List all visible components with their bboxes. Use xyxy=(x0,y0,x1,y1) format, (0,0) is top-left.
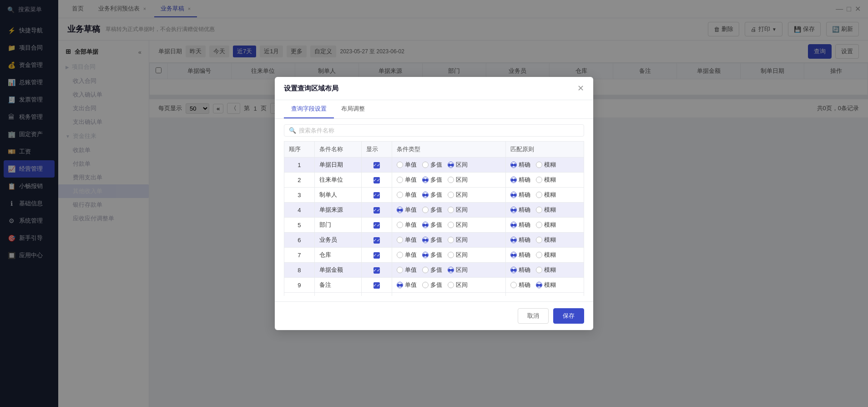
row-condtype: 单值多值区间 xyxy=(392,233,506,248)
settings-row: 6业务员✓单值多值区间精确模糊 xyxy=(284,233,584,248)
matchtype-radio-exact[interactable]: 精确 xyxy=(510,191,530,199)
row-order: 1 xyxy=(284,158,315,173)
matchtype-radio-fuzzy[interactable]: 模糊 xyxy=(536,266,556,274)
matchtype-radio-exact[interactable]: 精确 xyxy=(510,161,530,169)
matchtype-radio-exact[interactable]: 精确 xyxy=(510,266,530,274)
settings-table-scroll[interactable]: 顺序 条件名称 显示 条件类型 匹配原则 1单据日期✓单值多值区间精确模糊2往来… xyxy=(284,141,584,296)
show-checkbox[interactable]: ✓ xyxy=(373,222,380,229)
row-matchtype: 精确模糊 xyxy=(506,248,584,263)
dialog-cancel-button[interactable]: 取消 xyxy=(518,308,549,324)
row-matchtype: 精确模糊 xyxy=(506,158,584,173)
row-matchtype: 精确模糊 xyxy=(506,218,584,233)
condtype-radio-multi[interactable]: 多值 xyxy=(422,161,442,169)
row-condtype: 单值多值区间 xyxy=(392,158,506,173)
condtype-radio-range[interactable]: 区间 xyxy=(448,191,468,199)
condtype-radio-single[interactable]: 单值 xyxy=(397,161,417,169)
condtype-radio-single[interactable]: 单值 xyxy=(397,236,417,244)
matchtype-radio-exact[interactable]: 精确 xyxy=(510,206,530,214)
row-condtype: 单值多值区间 xyxy=(392,218,506,233)
settings-dialog: 设置查询区域布局 ✕ 查询字段设置 布局调整 🔍 顺序 条件 xyxy=(275,77,593,330)
condtype-radio-multi[interactable]: 多值 xyxy=(422,236,442,244)
modal-overlay: 设置查询区域布局 ✕ 查询字段设置 布局调整 🔍 顺序 条件 xyxy=(0,0,868,407)
matchtype-radio-fuzzy[interactable]: 模糊 xyxy=(536,221,556,229)
row-show: ✓ xyxy=(362,203,392,218)
condtype-radio-multi[interactable]: 多值 xyxy=(422,191,442,199)
row-show: ✓ xyxy=(362,278,392,293)
row-show: ✓ xyxy=(362,188,392,203)
row-matchtype: 精确模糊 xyxy=(506,233,584,248)
matchtype-radio-exact[interactable]: 精确 xyxy=(510,176,530,184)
dialog-tab-query[interactable]: 查询字段设置 xyxy=(284,100,334,118)
row-order: 9 xyxy=(284,278,315,293)
col-show: 显示 xyxy=(362,142,392,158)
condtype-radio-multi[interactable]: 多值 xyxy=(422,176,442,184)
condtype-radio-multi[interactable]: 多值 xyxy=(422,251,442,259)
row-condtype: 单值多值区间 xyxy=(392,188,506,203)
show-checkbox[interactable]: ✓ xyxy=(373,267,380,274)
condtype-radio-range[interactable]: 区间 xyxy=(448,161,468,169)
row-condtype: 单值多值区间 xyxy=(392,278,506,293)
matchtype-radio-fuzzy[interactable]: 模糊 xyxy=(536,176,556,184)
show-checkbox[interactable]: ✓ xyxy=(373,282,380,289)
row-name: 往来单位 xyxy=(314,173,361,188)
show-checkbox[interactable]: ✓ xyxy=(373,192,380,198)
condtype-radio-single[interactable]: 单值 xyxy=(397,206,417,214)
show-checkbox[interactable]: ✓ xyxy=(373,207,380,214)
matchtype-radio-fuzzy[interactable]: 模糊 xyxy=(536,191,556,199)
row-show: ✓ xyxy=(362,233,392,248)
matchtype-radio-exact[interactable]: 精确 xyxy=(510,221,530,229)
condtype-radio-multi[interactable]: 多值 xyxy=(422,221,442,229)
matchtype-radio-exact[interactable]: 精确 xyxy=(510,251,530,259)
condtype-radio-range[interactable]: 区间 xyxy=(448,221,468,229)
condtype-radio-single[interactable]: 单值 xyxy=(397,221,417,229)
settings-row: 1单据日期✓单值多值区间精确模糊 xyxy=(284,158,584,173)
row-order: 2 xyxy=(284,173,315,188)
condtype-radio-multi[interactable]: 多值 xyxy=(422,281,442,289)
show-checkbox[interactable]: ✓ xyxy=(373,237,380,244)
matchtype-radio-exact[interactable]: 精确 xyxy=(510,281,530,289)
condtype-radio-multi[interactable]: 多值 xyxy=(422,206,442,214)
condtype-radio-multi[interactable]: 多值 xyxy=(422,266,442,274)
matchtype-radio-fuzzy[interactable]: 模糊 xyxy=(536,161,556,169)
matchtype-radio-fuzzy[interactable]: 模糊 xyxy=(536,251,556,259)
matchtype-radio-fuzzy[interactable]: 模糊 xyxy=(536,236,556,244)
matchtype-radio-fuzzy[interactable]: 模糊 xyxy=(536,206,556,214)
condtype-radio-range[interactable]: 区间 xyxy=(448,206,468,214)
dialog-body: 🔍 顺序 条件名称 显示 条件类型 匹配原则 xyxy=(275,119,593,301)
matchtype-radio-fuzzy[interactable]: 模糊 xyxy=(536,281,556,289)
row-name: 单据金额 xyxy=(314,263,361,278)
condtype-radio-range[interactable]: 区间 xyxy=(448,236,468,244)
dialog-close-button[interactable]: ✕ xyxy=(577,83,584,93)
dialog-search-input[interactable] xyxy=(299,127,579,134)
dialog-header: 设置查询区域布局 ✕ xyxy=(275,77,593,100)
condtype-radio-single[interactable]: 单值 xyxy=(397,176,417,184)
condtype-radio-range[interactable]: 区间 xyxy=(448,176,468,184)
row-show xyxy=(362,293,392,296)
show-checkbox[interactable]: ✓ xyxy=(373,252,380,259)
row-matchtype: 精确模糊 xyxy=(506,278,584,293)
row-name: 单据来源 xyxy=(314,203,361,218)
dialog-title: 设置查询区域布局 xyxy=(284,84,338,93)
row-show: ✓ xyxy=(362,263,392,278)
row-show: ✓ xyxy=(362,248,392,263)
show-checkbox[interactable]: ✓ xyxy=(373,162,380,168)
dialog-tab-layout[interactable]: 布局调整 xyxy=(334,100,372,118)
row-order: 8 xyxy=(284,263,315,278)
row-show: ✓ xyxy=(362,218,392,233)
row-matchtype: 精确模糊 xyxy=(506,293,584,296)
dialog-save-button[interactable]: 保存 xyxy=(553,308,584,324)
row-order: 3 xyxy=(284,188,315,203)
col-condtype: 条件类型 xyxy=(392,142,506,158)
condtype-radio-single[interactable]: 单值 xyxy=(397,191,417,199)
condtype-radio-range[interactable]: 区间 xyxy=(448,251,468,259)
row-name: 备注 xyxy=(314,278,361,293)
condtype-radio-single[interactable]: 单值 xyxy=(397,251,417,259)
row-name: 制单人 xyxy=(314,188,361,203)
row-name: 部门 xyxy=(314,218,361,233)
condtype-radio-range[interactable]: 区间 xyxy=(448,281,468,289)
condtype-radio-range[interactable]: 区间 xyxy=(448,266,468,274)
condtype-radio-single[interactable]: 单值 xyxy=(397,281,417,289)
condtype-radio-single[interactable]: 单值 xyxy=(397,266,417,274)
matchtype-radio-exact[interactable]: 精确 xyxy=(510,236,530,244)
show-checkbox[interactable]: ✓ xyxy=(373,177,380,183)
